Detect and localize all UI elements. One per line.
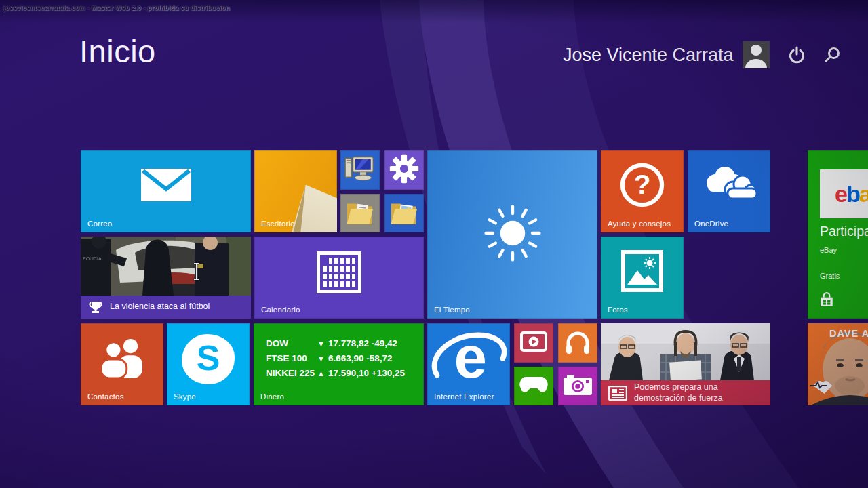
start-screen: josevicentecarratala.com - Master Web 2.… <box>0 0 868 488</box>
tile-onedrive[interactable]: OneDrive <box>688 150 770 232</box>
help-question-icon: ? <box>617 160 667 213</box>
cloud-icon <box>699 165 759 207</box>
stock-list: DOW▼17.778,82 -49,42 FTSE 100▼6.663,90 -… <box>266 336 405 381</box>
page-title: Inicio <box>79 33 156 70</box>
trophy-icon <box>88 300 103 314</box>
people-icon <box>98 338 146 381</box>
svg-text:?: ? <box>634 169 651 200</box>
news-headline-line2: demostración de fuerza <box>634 393 723 404</box>
tile-calendario[interactable]: Calendario <box>254 237 424 319</box>
tile-label: Skype <box>174 392 196 401</box>
user-name[interactable]: Jose Vicente Carrata <box>563 45 734 66</box>
news-headline: Podemos prepara una demostración de fuer… <box>634 382 723 403</box>
photo-icon <box>621 250 663 295</box>
ebay-logo-letter: b <box>846 181 859 207</box>
tile-noticias-podemos[interactable]: Podemos prepara una demostración de fuer… <box>601 323 770 405</box>
stock-up-arrow: ▲ <box>317 367 328 381</box>
mail-icon <box>141 169 191 204</box>
stock-down-arrow: ▼ <box>317 352 328 366</box>
tile-este-equipo[interactable] <box>340 150 380 190</box>
video-watermark: josevicentecarratala.com - Master Web 2.… <box>3 4 230 12</box>
ebay-logo-letter: e <box>835 181 846 207</box>
tile-video[interactable] <box>514 323 553 363</box>
newspaper-icon <box>608 386 627 401</box>
store-app-name: eBay <box>820 246 837 254</box>
news-photo-police: POLICIA <box>81 237 251 296</box>
tile-label: Dinero <box>260 392 284 401</box>
tile-skype[interactable]: S Skype <box>167 323 250 405</box>
video-icon <box>520 331 547 354</box>
tile-label: Calendario <box>261 306 300 314</box>
tile-correo[interactable]: Correo <box>81 150 251 232</box>
documents-folder-icon <box>345 199 375 228</box>
calendar-icon <box>317 251 361 293</box>
internet-explorer-icon: e <box>431 329 507 390</box>
user-avatar[interactable] <box>743 41 770 68</box>
sun-icon <box>477 198 548 271</box>
game-controller-icon <box>519 375 549 398</box>
tile-label: El Tiempo <box>434 306 470 314</box>
tile-label: Ayuda y consejos <box>608 220 671 228</box>
tile-internet-explorer[interactable]: e Internet Explorer <box>427 323 510 405</box>
search-button[interactable] <box>824 47 840 63</box>
tile-contactos[interactable]: Contactos <box>81 323 163 405</box>
tile-salud-dave-asprey[interactable]: DAVE ASPR <box>808 323 868 405</box>
tile-label: Contactos <box>87 392 124 401</box>
computer-icon <box>344 155 376 186</box>
stock-name: NIKKEI 225 <box>266 366 317 380</box>
tile-dinero[interactable]: DOW▼17.778,82 -49,42 FTSE 100▼6.663,90 -… <box>254 323 424 405</box>
pictures-folder-icon <box>389 199 419 228</box>
dave-asprey-title: DAVE ASPR <box>829 328 868 339</box>
news-headline-line1: Podemos prepara una <box>634 382 723 393</box>
tile-configuracion[interactable] <box>384 150 424 190</box>
news-photo-podemos <box>601 323 770 380</box>
tile-label: Fotos <box>608 306 628 314</box>
tile-ayuda-y-consejos[interactable]: ? Ayuda y consejos <box>601 150 684 232</box>
tile-juegos[interactable] <box>514 367 553 405</box>
camera-icon <box>563 373 593 399</box>
news-caption-bar: La violencia ataca al fútbol <box>81 296 251 319</box>
tile-fotos[interactable]: Fotos <box>601 237 684 319</box>
power-button[interactable] <box>789 46 805 64</box>
stock-down-arrow: ▼ <box>317 337 328 351</box>
tile-deportes-noticia[interactable]: POLICIA La violencia ataca al fútbol <box>81 237 251 319</box>
stock-row: NIKKEI 225▲17.590,10 +130,25 <box>266 366 405 381</box>
tile-label: Escritorio <box>261 220 295 228</box>
stock-name: FTSE 100 <box>266 351 317 365</box>
stock-value: 17.590,10 +130,25 <box>328 368 405 378</box>
power-icon <box>789 46 805 64</box>
stock-row: DOW▼17.778,82 -49,42 <box>266 336 405 351</box>
tile-ebay-store[interactable]: ebay Participa eBay Gratis <box>808 150 868 319</box>
stock-name: DOW <box>266 336 317 350</box>
person-icon <box>743 41 770 68</box>
tile-documentos[interactable] <box>340 194 380 232</box>
tile-camara[interactable] <box>558 367 597 405</box>
tile-label: Internet Explorer <box>434 392 494 401</box>
headphones-icon <box>564 329 591 357</box>
user-area: Jose Vicente Carrata <box>563 39 840 70</box>
tile-label: OneDrive <box>694 220 728 228</box>
tile-escritorio[interactable]: Escritorio <box>254 150 337 232</box>
search-icon <box>824 47 840 63</box>
ebay-logo-letter: a <box>859 181 868 207</box>
store-bag-icon <box>818 291 835 310</box>
ebay-logo: ebay <box>835 181 868 207</box>
news-photo-text: POLICIA <box>83 256 102 261</box>
gear-icon <box>389 154 419 186</box>
tile-el-tiempo[interactable]: El Tiempo <box>427 150 597 319</box>
skype-logo: S <box>182 334 235 384</box>
news-caption-bar: Podemos prepara una demostración de fuer… <box>601 380 770 405</box>
ebay-logo-box: ebay <box>820 169 868 218</box>
news-headline: La violencia ataca al fútbol <box>110 302 210 312</box>
tile-imagenes[interactable] <box>384 194 424 232</box>
tile-label: Correo <box>87 220 112 228</box>
store-app-price: Gratis <box>820 272 840 280</box>
text-cursor <box>192 262 201 283</box>
skype-logo-letter: S <box>197 340 220 375</box>
stock-value: 17.778,82 -49,42 <box>328 338 397 348</box>
stock-row: FTSE 100▼6.663,90 -58,72 <box>266 351 405 366</box>
tile-musica[interactable] <box>558 323 597 363</box>
stock-value: 6.663,90 -58,72 <box>328 353 393 363</box>
store-app-headline: Participa <box>820 224 868 239</box>
